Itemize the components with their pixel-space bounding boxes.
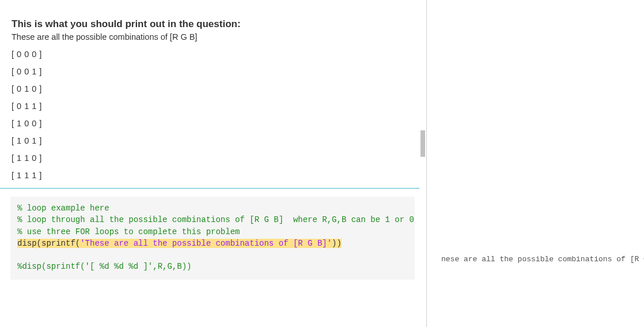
code-call: disp(sprintf(	[17, 239, 80, 248]
instructions-subheading: These are all the possible combinations …	[12, 32, 415, 42]
combo-row: [ 1 0 0 ]	[12, 119, 415, 128]
code-comment: % use three FOR loops to complete this p…	[17, 227, 240, 236]
combo-row: [ 0 0 0 ]	[12, 50, 415, 59]
section-divider	[0, 188, 426, 189]
instructions-heading: This is what you should print out in the…	[12, 18, 415, 30]
instructions-pane: This is what you should print out in the…	[0, 0, 426, 327]
code-comment: %disp(sprintf('[ %d %d %d ]',R,G,B))	[17, 262, 191, 271]
combo-row: [ 0 1 1 ]	[12, 102, 415, 111]
code-comment: % loop example here	[17, 204, 109, 213]
combo-row: [ 1 1 0 ]	[12, 153, 415, 163]
combo-row: [ 0 0 1 ]	[12, 67, 415, 76]
content-area: This is what you should print out in the…	[0, 0, 426, 280]
output-pane: nese are all the possible combinations o…	[426, 0, 644, 327]
code-editor[interactable]: % loop example here % loop through all t…	[10, 197, 415, 280]
console-output-line: nese are all the possible combinations o…	[441, 255, 644, 264]
code-string: 'These are all the possible combinations…	[80, 239, 332, 248]
code-call-close: ))	[332, 239, 342, 248]
app-root: This is what you should print out in the…	[0, 0, 644, 327]
scrollbar-thumb[interactable]	[421, 130, 425, 157]
code-comment: % loop through all the possible combinat…	[17, 215, 414, 224]
combo-row: [ 0 1 0 ]	[12, 84, 415, 93]
scrollbar-track[interactable]	[419, 0, 426, 327]
highlighted-line: disp(sprintf('These are all the possible…	[17, 239, 342, 248]
combo-row: [ 1 1 1 ]	[12, 171, 415, 180]
combo-row: [ 1 0 1 ]	[12, 136, 415, 145]
